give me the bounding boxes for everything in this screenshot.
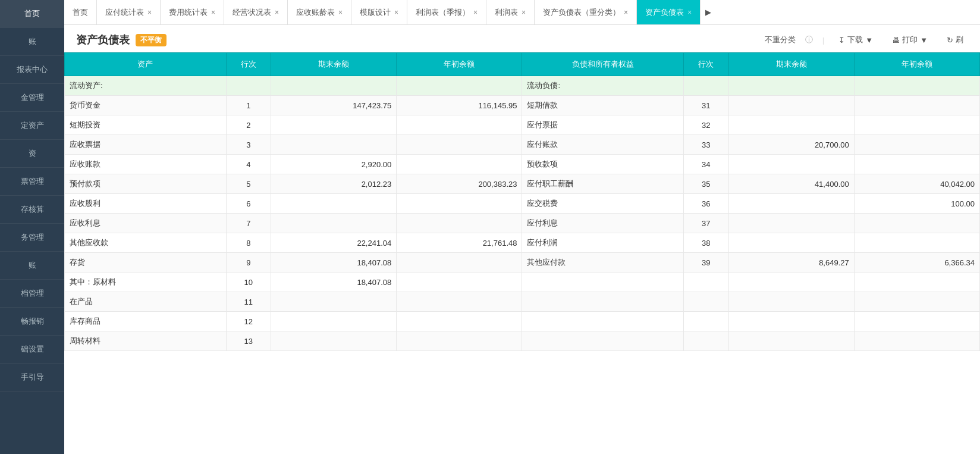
section-liab-begin: [854, 76, 979, 96]
tab-expense-stats-close[interactable]: ×: [211, 9, 215, 16]
asset-rownum-3: 3: [226, 135, 271, 155]
liab-name-2: 应付票据: [522, 115, 684, 135]
liab-begin-4: [854, 155, 979, 174]
tab-template-design-close[interactable]: ×: [394, 9, 398, 16]
asset-name-1: 货币资金: [65, 96, 227, 115]
asset-begin-2: [397, 115, 522, 135]
liab-rownum-9: 39: [684, 253, 728, 273]
sidebar-item-inventory[interactable]: 存核算: [0, 196, 64, 224]
asset-begin-8: 21,761.48: [397, 233, 522, 253]
sidebar-item-archive[interactable]: 档管理: [0, 280, 64, 308]
liab-rownum-2: 32: [684, 115, 728, 135]
help-icon[interactable]: ⓘ: [805, 35, 813, 45]
asset-rownum-7: 7: [226, 214, 271, 233]
tab-receivable-aging[interactable]: 应收账龄表 ×: [288, 0, 351, 24]
sidebar-item-fixed-assets[interactable]: 定资产: [0, 112, 64, 140]
page-title-area: 资产负债表 不平衡: [76, 33, 167, 47]
liab-name-6: 应交税费: [522, 194, 684, 214]
section-assets-begin: [397, 76, 522, 96]
asset-begin-13: [397, 331, 522, 351]
sidebar-item-investment[interactable]: 资: [0, 140, 64, 168]
tab-template-design[interactable]: 模版设计 ×: [351, 0, 407, 24]
tab-balance-reclassified[interactable]: 资产负债表（重分类） ×: [535, 0, 637, 24]
liab-end-13: [728, 331, 854, 351]
download-chevron-icon: ▼: [865, 36, 873, 45]
page-title: 资产负债表: [76, 33, 130, 47]
asset-begin-5: 200,383.23: [397, 174, 522, 194]
header-row-num-left: 行次: [226, 53, 271, 76]
header-begin-balance-left: 年初余额: [397, 53, 522, 76]
asset-begin-4: [397, 155, 522, 174]
tab-profit-close[interactable]: ×: [522, 9, 526, 16]
tab-expense-stats[interactable]: 费用统计表 ×: [161, 0, 224, 24]
sidebar-item-ledger[interactable]: 账: [0, 252, 64, 280]
sidebar-item-account[interactable]: 账: [0, 28, 64, 56]
liab-begin-7: [854, 214, 979, 233]
tab-balance-sheet[interactable]: 资产负债表 ×: [637, 0, 701, 24]
liab-name-11: [522, 292, 684, 312]
sidebar-item-expense[interactable]: 畅报销: [0, 308, 64, 336]
asset-name-12: 库存商品: [65, 312, 227, 331]
liab-rownum-10: [684, 273, 728, 292]
sidebar-item-report-center[interactable]: 报表中心: [0, 56, 64, 84]
asset-begin-3: [397, 135, 522, 155]
asset-begin-7: [397, 214, 522, 233]
tab-balance-reclassified-label: 资产负债表（重分类）: [543, 7, 620, 18]
tab-profit-quarterly-close[interactable]: ×: [473, 9, 478, 16]
liab-name-8: 应付利润: [522, 233, 684, 253]
section-assets-label: 流动资产:: [65, 76, 227, 96]
table-row: 应收账款 4 2,920.00 预收款项 34: [65, 155, 980, 174]
liab-end-7: [728, 214, 854, 233]
liab-name-12: [522, 312, 684, 331]
liab-end-6: [728, 194, 854, 214]
liab-rownum-5: 35: [684, 174, 728, 194]
liab-name-9: 其他应付款: [522, 253, 684, 273]
sidebar-item-settings[interactable]: 础设置: [0, 336, 64, 364]
print-button[interactable]: 🖶 打印 ▼: [887, 32, 932, 48]
tab-receivable-aging-close[interactable]: ×: [338, 9, 343, 16]
tab-profit-quarterly[interactable]: 利润表（季报） ×: [407, 0, 486, 24]
asset-end-11: [271, 292, 397, 312]
asset-rownum-1: 1: [226, 96, 271, 115]
tab-operations-close[interactable]: ×: [275, 9, 279, 16]
tab-scroll-right[interactable]: ▶: [701, 0, 716, 24]
table-row: 预付款项 5 2,012.23 200,383.23 应付职工薪酬 35 41,…: [65, 174, 980, 194]
tab-payable-stats-close[interactable]: ×: [147, 9, 152, 16]
tab-home[interactable]: 首页: [64, 0, 97, 24]
liab-rownum-4: 34: [684, 155, 728, 174]
download-label: 下载: [847, 35, 863, 45]
tab-operations[interactable]: 经营状况表 ×: [224, 0, 288, 24]
download-button[interactable]: ↧ 下载 ▼: [834, 32, 878, 48]
section-liabilities-label: 流动负债:: [522, 76, 684, 96]
liab-begin-11: [854, 292, 979, 312]
sidebar-item-bill-mgmt[interactable]: 票管理: [0, 168, 64, 196]
tab-balance-reclassified-close[interactable]: ×: [624, 9, 628, 16]
table-row: 周转材料 13: [65, 331, 980, 351]
tab-profit[interactable]: 利润表 ×: [486, 0, 535, 24]
asset-rownum-6: 6: [226, 194, 271, 214]
sidebar-item-guide[interactable]: 手引导: [0, 364, 64, 392]
liab-name-13: [522, 331, 684, 351]
liab-end-1: [728, 96, 854, 115]
liab-name-5: 应付职工薪酬: [522, 174, 684, 194]
liab-rownum-3: 33: [684, 135, 728, 155]
section-liab-end: [728, 76, 854, 96]
tab-payable-stats[interactable]: 应付统计表 ×: [97, 0, 161, 24]
header-end-balance-left: 期末余额: [271, 53, 397, 76]
sidebar-item-business-mgmt[interactable]: 务管理: [0, 224, 64, 252]
asset-rownum-13: 13: [226, 331, 271, 351]
asset-name-5: 预付款项: [65, 174, 227, 194]
asset-name-7: 应收利息: [65, 214, 227, 233]
sidebar-item-home[interactable]: 首页: [0, 0, 64, 28]
asset-name-4: 应收账款: [65, 155, 227, 174]
sidebar-item-fund-mgmt[interactable]: 金管理: [0, 84, 64, 112]
asset-rownum-2: 2: [226, 115, 271, 135]
asset-end-5: 2,012.23: [271, 174, 397, 194]
liab-end-5: 41,400.00: [728, 174, 854, 194]
section-liab-rownum: [684, 76, 728, 96]
section-assets-end: [271, 76, 397, 96]
header-row-num-right: 行次: [684, 53, 728, 76]
liab-begin-10: [854, 273, 979, 292]
tab-balance-sheet-close[interactable]: ×: [687, 9, 692, 16]
refresh-button[interactable]: ↻ 刷: [942, 32, 968, 48]
